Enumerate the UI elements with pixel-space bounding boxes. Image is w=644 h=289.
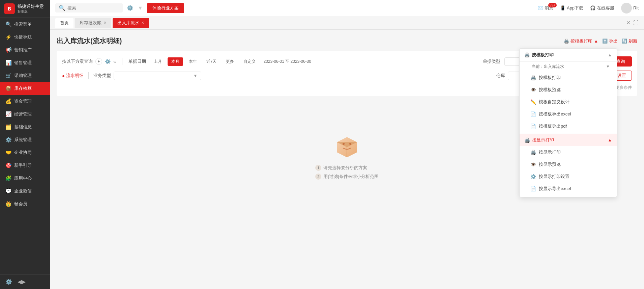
dropdown-template-print[interactable]: 🖨️ 按模板打印	[520, 72, 617, 84]
tab-minimize-icon[interactable]: ✕	[626, 20, 631, 26]
dropdown-template-preview[interactable]: 👁️ 按模板预览	[520, 84, 617, 96]
settings-bottom-icon[interactable]: ⚙️	[5, 279, 12, 285]
filter-settings-icon[interactable]: ⚙️	[105, 59, 111, 64]
date-tag-7days[interactable]: 近7天	[203, 57, 221, 66]
export-button[interactable]: ⬆️ 导出	[602, 38, 618, 44]
finance-icon: 💰	[5, 98, 11, 104]
topbar-right: ✉️ 消息 99+ 📱 App下载 🎧 在线客服 Rit	[538, 3, 639, 14]
sidebar-item-label: 搜索菜单	[14, 21, 32, 27]
sidebar-item-label: 库存核算	[14, 85, 32, 91]
display-preview-icon: 👁️	[530, 162, 536, 167]
dropdown-display-export-excel[interactable]: 📄 按显示导出excel	[520, 183, 617, 195]
trial-button[interactable]: 体验行业方案	[147, 3, 184, 13]
cooperation-icon: 🤝	[5, 150, 11, 156]
sidebar-item-label: 企业微信	[14, 188, 32, 194]
sidebar-item-quick-nav[interactable]: ⚡ 快捷导航	[0, 31, 50, 44]
tabbar: 首页 库存批次账 ✕ 出入库流水 ✕ ✕ ⛶	[50, 16, 644, 30]
display-chevron-up: ▲	[608, 137, 612, 142]
divider	[520, 133, 617, 133]
tab-inventory-batch[interactable]: 库存批次账 ✕	[75, 18, 111, 28]
active-filter-label: 流水明细	[66, 73, 84, 79]
logo-icon: B	[4, 3, 15, 14]
dropdown-display-section[interactable]: 🖨️ 按显示打印 ▲	[520, 134, 617, 146]
headset-icon: 🎧	[590, 5, 595, 10]
newbie-icon: 🎯	[5, 162, 11, 168]
tab-inout-flow-close[interactable]: ✕	[141, 21, 144, 25]
collapse-left-icon[interactable]: «	[113, 59, 116, 64]
sidebar-item-operations[interactable]: 📈 经营管理	[0, 108, 50, 121]
refresh-button[interactable]: 🔄 刷新	[622, 38, 637, 44]
dropdown-header: 🖨️ 按模板打印 ▲	[520, 49, 617, 62]
app-download-label: App下载	[567, 5, 583, 11]
search-input[interactable]	[67, 5, 115, 10]
sidebar-item-sales[interactable]: 📊 销售管理	[0, 56, 50, 69]
date-tag-custom[interactable]: 自定义	[240, 57, 259, 66]
quick-nav-icon: ⚡	[5, 34, 11, 40]
dropdown-display-print[interactable]: 🖨️ 按显示打印	[520, 146, 617, 158]
user-avatar[interactable]: Rit	[621, 3, 639, 14]
tab-inventory-batch-close[interactable]: ✕	[104, 21, 107, 25]
active-filter-tag[interactable]: ● 流水明细	[62, 73, 84, 79]
dropdown-display-settings[interactable]: ⚙️ 按显示打印设置	[520, 170, 617, 183]
sidebar-item-system[interactable]: ⚙️ 系统管理	[0, 133, 50, 146]
dropdown-display-export-pdf[interactable]: 📄 按显示导出pdf	[520, 195, 617, 197]
sidebar-item-purchase[interactable]: 🛒 采购管理	[0, 69, 50, 82]
dropdown-template-export-excel[interactable]: 📄 按模板导出excel	[520, 108, 617, 120]
chevron-down-icon[interactable]: ▼	[606, 64, 610, 69]
date-tag-this-year[interactable]: 本年	[185, 57, 201, 66]
business-type-select[interactable]: ▼	[114, 72, 201, 80]
add-filter-button[interactable]: +	[95, 58, 102, 65]
sidebar-item-finance[interactable]: 💰 资金管理	[0, 95, 50, 108]
tab-maximize-icon[interactable]: ⛶	[633, 20, 639, 26]
sidebar: B 畅捷通好生意 标准版 🔍 搜索菜单 ⚡ 快捷导航 📢 营销推广 📊 销售管理…	[0, 0, 50, 289]
sidebar-item-label: 畅会员	[14, 201, 27, 207]
empty-illustration	[330, 127, 364, 161]
empty-hints: 1 请先选择要分析的方案 2 用[过滤]条件来缩小分析范围	[315, 165, 378, 180]
topbar: 🔍 ⚙️ ▼ 体验行业方案 ✉️ 消息 99+ 📱 App下载 🎧 在线客服 R…	[50, 0, 644, 16]
template-print-icon: 🖨️	[530, 75, 536, 80]
date-tag-more[interactable]: 更多	[222, 57, 238, 66]
purchase-icon: 🛒	[5, 73, 11, 79]
wechat-icon: 💬	[5, 188, 11, 194]
sidebar-item-search[interactable]: 🔍 搜索菜单	[0, 18, 50, 31]
date-tag-last-month[interactable]: 上月	[150, 57, 166, 66]
display-print-icon: 🖨️	[530, 150, 536, 155]
inventory-icon: 📦	[5, 85, 11, 91]
message-button[interactable]: ✉️ 消息 99+	[538, 5, 553, 11]
message-badge: 99+	[548, 3, 557, 7]
search-box[interactable]: 🔍	[55, 3, 123, 12]
gear-icon[interactable]: ⚙️	[127, 5, 134, 11]
online-service-button[interactable]: 🎧 在线客服	[590, 5, 614, 11]
sidebar-item-basic[interactable]: 🗂️ 基础信息	[0, 121, 50, 133]
search-label: 按以下方案查询 + ⚙️ «	[62, 58, 116, 65]
refresh-icon: 🔄	[622, 38, 627, 44]
tab-home[interactable]: 首页	[55, 18, 74, 28]
sidebar-bottom: ⚙️ ◀▶	[0, 274, 50, 289]
sidebar-item-label: 资金管理	[14, 98, 32, 104]
filter-dot-icon: ●	[62, 73, 65, 78]
sidebar-item-member[interactable]: 👑 畅会员	[0, 198, 50, 210]
app-download-button[interactable]: 📱 App下载	[560, 5, 583, 11]
dropdown-template-export-pdf[interactable]: 📄 按模板导出pdf	[520, 120, 617, 132]
collapse-icon[interactable]: ◀▶	[18, 279, 26, 285]
sales-icon: 📊	[5, 60, 11, 66]
date-tag-this-month[interactable]: 本月	[168, 57, 183, 66]
sidebar-item-cooperation[interactable]: 🤝 企业协同	[0, 146, 50, 159]
print-button[interactable]: 🖨️ 按模板打印 ▲	[564, 38, 598, 44]
dropdown-template-custom[interactable]: ✏️ 模板自定义设计	[520, 96, 617, 108]
dropdown-chevron-up[interactable]: ▲	[608, 52, 612, 57]
sidebar-item-marketing[interactable]: 📢 营销推广	[0, 44, 50, 56]
template-custom-icon: ✏️	[530, 99, 536, 105]
sidebar-item-wechat[interactable]: 💬 企业微信	[0, 185, 50, 198]
dropdown-display-preview[interactable]: 👁️ 按显示预览	[520, 158, 617, 170]
sidebar-item-label: 销售管理	[14, 60, 32, 66]
sidebar-item-newbie[interactable]: 🎯 新手引导	[0, 159, 50, 172]
tab-inventory-batch-label: 库存批次账	[80, 20, 101, 26]
sidebar-item-appcenter[interactable]: 🧩 应用中心	[0, 172, 50, 185]
member-icon: 👑	[5, 201, 11, 207]
tab-inout-flow[interactable]: 出入库流水 ✕	[113, 18, 149, 28]
sidebar-item-inventory[interactable]: 📦 库存核算	[0, 82, 50, 95]
empty-hint-1: 1 请先选择要分析的方案	[315, 165, 378, 171]
basic-icon: 🗂️	[5, 124, 11, 130]
sidebar-item-label: 应用中心	[14, 175, 32, 181]
